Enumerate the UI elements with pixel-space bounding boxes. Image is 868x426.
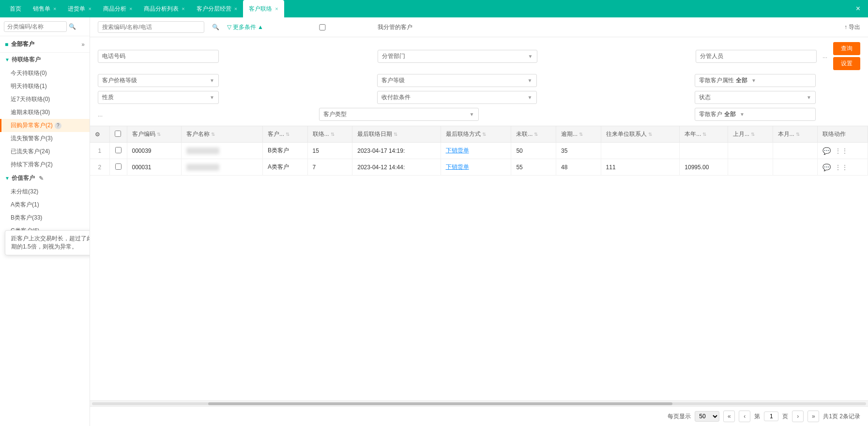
close-icon[interactable]: × [53, 6, 56, 12]
sidebar: 🔍 ■ 全部客户 » ▼ 待联络客户 今天待联络(0) 明天待联络(1) 近7天… [0, 17, 90, 426]
last-contact-method-cell[interactable]: 下销货单 [441, 159, 511, 176]
sidebar-value-group-title[interactable]: ▼ 价值客户 ✎ [0, 171, 90, 185]
settings-button[interactable]: 设置 [833, 57, 860, 70]
close-icon[interactable]: × [234, 6, 237, 12]
not-contacted-cell: 55 [511, 159, 556, 176]
sidebar-item-a-class[interactable]: A类客户(1) [0, 198, 90, 211]
col-label: 联络动作 [822, 130, 846, 138]
info-icon[interactable]: ? [55, 122, 61, 129]
col-label: 客户... [268, 130, 284, 138]
sort-icon[interactable]: ⇅ [579, 132, 583, 137]
more-icon[interactable]: ⋮⋮ [835, 147, 848, 155]
chat-icon[interactable]: 💬 [822, 163, 831, 171]
nav-item-home[interactable]: 首页 [4, 0, 27, 17]
main-layout: 🔍 ■ 全部客户 » ▼ 待联络客户 今天待联络(0) 明天待联络(1) 近7天… [0, 17, 868, 426]
scrollbar-thumb[interactable] [208, 402, 672, 405]
sidebar-all-customers[interactable]: ■ 全部客户 » [0, 36, 90, 53]
settings-icon[interactable]: ⚙ [95, 131, 100, 138]
prev-page-button[interactable]: ‹ [739, 411, 750, 422]
last-contact-date-cell: 2023-04-12 14:44: [352, 159, 441, 176]
nav-item-product-list[interactable]: 商品分析列表 × [138, 0, 190, 17]
more-conditions-button[interactable]: ▽ 更多条件 ▲ [227, 23, 263, 31]
last-page-button[interactable]: » [807, 411, 819, 422]
contact-method-link[interactable]: 下销货单 [446, 147, 469, 154]
sidebar-search-button[interactable]: 🔍 [69, 23, 76, 30]
row-checkbox[interactable] [115, 163, 122, 170]
sort-icon[interactable]: ⇅ [286, 132, 289, 137]
row-checkbox[interactable] [115, 147, 122, 153]
sidebar-item-repurchase-abnormal[interactable]: 回购异常客户(2) ? [0, 119, 90, 132]
chevron-down-icon: ▼ [5, 176, 10, 181]
select-all-checkbox[interactable] [115, 131, 121, 137]
close-icon[interactable]: × [129, 6, 132, 12]
filter-manager[interactable]: 分管人员 [696, 50, 817, 63]
close-icon[interactable]: × [88, 6, 91, 12]
sidebar-item-already-lost[interactable]: 已流失客户(24) [0, 145, 90, 158]
next-page-button[interactable]: › [792, 411, 804, 422]
sort-icon[interactable]: ⇅ [796, 132, 800, 137]
page-number-input[interactable] [764, 411, 778, 421]
filter-department[interactable]: 分管部门 ▼ [378, 50, 537, 63]
sort-icon[interactable]: ⇅ [482, 132, 486, 137]
filter-phone[interactable]: 电话号码 [98, 50, 219, 63]
query-button[interactable]: 查询 [833, 42, 860, 55]
filter-row4-dots[interactable]: ... [98, 111, 103, 118]
sidebar-value-group: ▼ 价值客户 ✎ 未分组(32) A类客户(1) B类客户(33) C类客户(6… [0, 171, 90, 237]
sidebar-item-lost-predicted[interactable]: 流失预警客户(3) [0, 132, 90, 145]
my-customers-checkbox[interactable]: 我分管的客户 [269, 23, 412, 31]
close-all-tabs-button[interactable]: × [856, 4, 860, 13]
close-icon[interactable]: × [275, 6, 278, 12]
filter-row-4: ... 客户类型 ▼ 零散客户 全部 ▼ [98, 108, 860, 121]
filter-price-level[interactable]: 客户价格等级 ▼ [98, 74, 219, 87]
last-contact-method-cell[interactable]: 下销货单 [441, 143, 511, 159]
filter-status[interactable]: 状态 ▼ [695, 91, 816, 104]
filter-dots[interactable]: ... [822, 53, 827, 59]
search-input[interactable] [98, 21, 204, 33]
contact-num-cell: 15 [307, 143, 352, 159]
nav-item-sales[interactable]: 销售单 × [27, 0, 62, 17]
sidebar-item-overdue[interactable]: 逾期未联络(30) [0, 106, 90, 119]
sort-icon[interactable]: ⇅ [751, 132, 755, 137]
my-customers-check[interactable] [269, 24, 376, 30]
close-icon[interactable]: × [182, 6, 184, 12]
sidebar-repurchase-section: 回购异常客户(2) ? 距客户上次交易时长，超过了此客户的平均交易周期的1.5倍… [0, 119, 90, 132]
more-icon[interactable]: ⋮⋮ [835, 163, 848, 171]
nav-item-product-analysis[interactable]: 商品分析 × [97, 0, 138, 17]
horizontal-scrollbar[interactable] [90, 400, 868, 406]
per-page-select[interactable]: 50 100 200 [695, 411, 719, 422]
filter-customer-type[interactable]: 客户类型 ▼ [319, 108, 479, 121]
sidebar-pending-group-title[interactable]: ▼ 待联络客户 [0, 53, 90, 67]
sort-icon[interactable]: ⇅ [648, 132, 652, 137]
chat-icon[interactable]: 💬 [822, 147, 831, 155]
chevron-down-icon: ▼ [807, 95, 811, 100]
sidebar-item-ungrouped[interactable]: 未分组(32) [0, 185, 90, 198]
filter-payment-terms[interactable]: 收付款条件 ▼ [377, 91, 537, 104]
sidebar-item-continuous-down[interactable]: 持续下滑客户(2) [0, 158, 90, 171]
filter-scatter-attribute[interactable]: 零散客户属性 全部 ▼ [695, 74, 816, 87]
edit-icon[interactable]: ✎ [39, 175, 44, 182]
customer-name-blurred: ████████ [186, 164, 219, 171]
sort-icon[interactable]: ⇅ [331, 132, 335, 137]
sort-icon[interactable]: ⇅ [157, 132, 161, 137]
sidebar-collapse-icon[interactable]: » [81, 41, 85, 48]
sidebar-item-tomorrow[interactable]: 明天待联络(1) [0, 80, 90, 93]
sort-icon[interactable]: ⇅ [394, 132, 397, 137]
nav-item-customer-tiers[interactable]: 客户分层经营 × [191, 0, 243, 17]
filter-nature[interactable]: 性质 ▼ [98, 91, 219, 104]
first-page-button[interactable]: « [723, 411, 735, 422]
nav-item-customer-contact[interactable]: 客户联络 × [243, 0, 284, 17]
sort-icon[interactable]: ⇅ [211, 132, 215, 137]
th-this-year: 本年... ⇅ [680, 126, 728, 143]
sort-icon[interactable]: ⇅ [702, 132, 706, 137]
sidebar-search-input[interactable] [4, 21, 67, 32]
sidebar-item-b-class[interactable]: B类客户(33) [0, 211, 90, 224]
filter-scatter-customers[interactable]: 零散客户 全部 ▼ [695, 108, 816, 121]
export-button[interactable]: ↑ 导出 [844, 23, 860, 31]
nav-item-purchase[interactable]: 进货单 × [62, 0, 97, 17]
sidebar-item-7days[interactable]: 近7天待联络(0) [0, 93, 90, 106]
filter-search-button[interactable]: 🔍 [210, 22, 221, 32]
contact-method-link[interactable]: 下销货单 [446, 163, 469, 170]
filter-customer-level[interactable]: 客户等级 ▼ [377, 74, 537, 87]
sidebar-item-today[interactable]: 今天待联络(0) [0, 67, 90, 80]
sort-icon[interactable]: ⇅ [534, 132, 538, 137]
